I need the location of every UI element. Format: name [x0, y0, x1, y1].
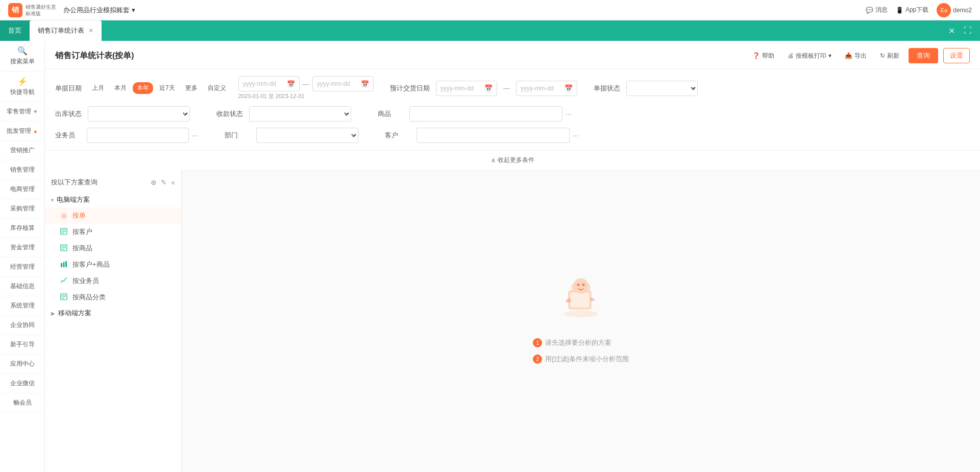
tab-home-label: 首页	[8, 26, 21, 35]
sidebar-item-enterprise-wechat[interactable]: 企业微信	[0, 374, 44, 393]
empty-illustration	[555, 273, 606, 324]
date-btn-this-year[interactable]: 本年	[133, 82, 153, 94]
scheme-item-by-goods[interactable]: 按商品	[45, 240, 181, 256]
settings-btn[interactable]: 设置	[943, 48, 970, 63]
panel-title: 按以下方案查询	[51, 178, 97, 187]
tab-sales-stats[interactable]: 销售订单统计表 ✕	[30, 20, 102, 41]
right-panel: 1 请先选择要分析的方案 2 用[过滤]条件来缩小分析范围	[182, 170, 980, 472]
tab-maximize-btn[interactable]: ⛶	[962, 25, 974, 37]
refresh-btn[interactable]: ↻ 刷新	[876, 50, 903, 62]
date-btn-custom[interactable]: 自定义	[204, 82, 230, 94]
customer-more-icon[interactable]: ···	[573, 131, 579, 139]
scheme-item-by-category[interactable]: 按商品分类	[45, 289, 181, 305]
customer-input[interactable]	[416, 128, 570, 143]
date-btn-more[interactable]: 更多	[181, 82, 202, 94]
panel-header-actions: ⊕ ✎ «	[151, 178, 175, 186]
content-top: 销售订单统计表(按单) ❓ 帮助 🖨 按模板打印 ▾ 📤	[45, 41, 980, 170]
collapse-bar[interactable]: ∧ 收起更多条件	[45, 150, 980, 170]
export-label: 导出	[854, 52, 867, 60]
scheme-group-mobile[interactable]: ▶ 移动端方案	[45, 305, 181, 321]
app-center-label: 应用中心	[10, 360, 35, 368]
wholesale-expand-icon: ▲	[33, 128, 38, 134]
refresh-icon: ↻	[880, 52, 885, 59]
edit-scheme-icon[interactable]: ✎	[161, 178, 167, 186]
sidebar-search-label: 搜索菜单	[10, 57, 35, 66]
help-btn[interactable]: ❓ 帮助	[748, 50, 778, 62]
by-customer-icon	[59, 228, 68, 237]
sidebar-item-system[interactable]: 系统管理	[0, 296, 44, 316]
sidebar-item-ecommerce[interactable]: 电商管理	[0, 180, 44, 199]
sidebar-item-wholesale[interactable]: 批发管理 ▲	[0, 122, 44, 141]
sidebar-item-app-center[interactable]: 应用中心	[0, 355, 44, 374]
single-status-select[interactable]	[626, 81, 698, 96]
single-date-label: 单据日期	[55, 84, 82, 93]
scheme-item-by-order[interactable]: ⊙ 按单	[45, 207, 181, 224]
export-btn[interactable]: 📤 导出	[841, 50, 871, 62]
exp-from-placeholder: yyyy-mm-dd	[440, 85, 474, 92]
salesperson-more-icon[interactable]: ···	[192, 131, 198, 139]
date-btn-last-month[interactable]: 上月	[88, 82, 108, 94]
sidebar-item-marketing[interactable]: 营销推广	[0, 141, 44, 160]
mobile-group-label: 移动端方案	[58, 309, 91, 318]
sidebar-item-search[interactable]: 🔍 搜索菜单	[0, 41, 44, 72]
app-download-btn[interactable]: 📱 App下载	[896, 6, 928, 14]
collapse-panel-icon[interactable]: «	[171, 178, 175, 186]
tab-home[interactable]: 首页	[0, 20, 30, 41]
sidebar-item-inventory[interactable]: 库存核算	[0, 219, 44, 238]
date-btn-this-month[interactable]: 本月	[110, 82, 131, 94]
sidebar-item-purchase[interactable]: 采购管理	[0, 199, 44, 219]
add-scheme-icon[interactable]: ⊕	[151, 178, 157, 186]
expected-date-to[interactable]: yyyy-mm-dd 📅	[516, 81, 577, 96]
by-customer-goods-label: 按客户+商品	[72, 260, 110, 269]
date-from-input[interactable]: yyyy-mm-dd 📅	[238, 76, 300, 91]
template-print-btn[interactable]: 🖨 按模板打印 ▾	[783, 50, 836, 62]
by-goods-label: 按商品	[72, 244, 92, 253]
delivery-status-label: 出库状态	[55, 109, 82, 119]
mobile-group-arrow-icon: ▶	[51, 311, 55, 316]
date-range-display: 2023-01-01 至 2023-12-31	[238, 92, 374, 100]
template-print-label: 按模板打印	[796, 52, 826, 60]
sidebar-item-quicknav[interactable]: ⚡ 快捷导航	[0, 72, 44, 102]
payment-status-select[interactable]	[249, 106, 351, 122]
sidebar-item-operations[interactable]: 经营管理	[0, 257, 44, 277]
tip-text-2: 用[过滤]条件来缩小分析范围	[545, 352, 628, 366]
left-panel: 按以下方案查询 ⊕ ✎ « ▾ 电脑端方案	[45, 170, 182, 472]
expected-date-label: 预计交货日期	[390, 84, 430, 93]
goods-more-icon[interactable]: ···	[566, 110, 572, 118]
goods-label: 商品	[378, 109, 403, 119]
scheme-item-by-customer-goods[interactable]: 按客户+商品	[45, 256, 181, 273]
department-select[interactable]	[256, 128, 358, 143]
salesperson-input[interactable]	[87, 128, 189, 143]
scheme-group-desktop[interactable]: ▾ 电脑端方案	[45, 192, 181, 207]
sidebar-item-newbie[interactable]: 新手引导	[0, 335, 44, 355]
collapse-icon: ∧	[491, 157, 496, 164]
by-customer-goods-icon	[59, 261, 68, 269]
by-salesperson-label: 按业务员	[72, 276, 99, 286]
date-btn-last-7days[interactable]: 近7天	[155, 82, 179, 94]
expected-date-from[interactable]: yyyy-mm-dd 📅	[436, 81, 497, 96]
date-from-placeholder: yyyy-mm-dd	[243, 80, 276, 87]
goods-input[interactable]	[409, 106, 562, 122]
date-to-input[interactable]: yyyy-mm-dd 📅	[312, 76, 374, 91]
expected-cal-from-icon: 📅	[484, 84, 493, 92]
top-header: 销 销售通好生意 标准版 办公用品行业模拟账套 ▾ 💬 消息 📱 App下载 E…	[0, 0, 980, 20]
sidebar-item-member[interactable]: 畅会员	[0, 393, 44, 413]
sidebar-item-finance[interactable]: 资金管理	[0, 238, 44, 257]
sidebar-item-enterprise-collab[interactable]: 企业协同	[0, 316, 44, 335]
scheme-item-by-salesperson[interactable]: 按业务员	[45, 273, 181, 289]
message-btn[interactable]: 💬 消息	[866, 6, 888, 14]
svg-rect-17	[570, 292, 590, 307]
query-btn[interactable]: 查询	[909, 48, 938, 63]
system-label: 系统管理	[10, 301, 35, 310]
sidebar-item-retail[interactable]: 零售管理 ▼	[0, 102, 44, 122]
scheme-item-by-customer[interactable]: 按客户	[45, 224, 181, 240]
sidebar-item-sales[interactable]: 销售管理	[0, 160, 44, 180]
finance-label: 资金管理	[10, 243, 35, 252]
user-profile[interactable]: Ea demo2	[937, 3, 972, 17]
tip-text-1: 请先选择要分析的方案	[545, 336, 611, 349]
tab-close-icon[interactable]: ✕	[88, 27, 93, 34]
delivery-status-select[interactable]	[88, 106, 190, 122]
sidebar-item-basic-info[interactable]: 基础信息	[0, 277, 44, 296]
company-selector[interactable]: 办公用品行业模拟账套 ▾	[60, 5, 138, 16]
tab-close-all-btn[interactable]: ✕	[945, 25, 958, 37]
